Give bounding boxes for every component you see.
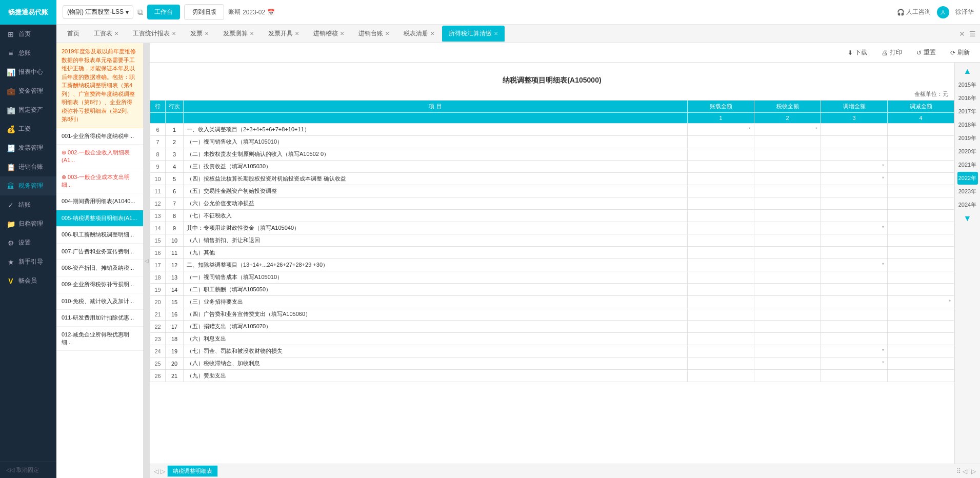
- cell-c3[interactable]: [821, 308, 888, 321]
- tab-close-icon[interactable]: ✕: [250, 31, 254, 36]
- sidebar-item-fixed-assets[interactable]: 🏢 固定资产: [0, 101, 56, 120]
- tab-close-icon[interactable]: ✕: [385, 31, 389, 36]
- cell-c2[interactable]: [754, 321, 821, 333]
- cell-c3[interactable]: [821, 185, 888, 197]
- list-item-003[interactable]: ⊗ 003-一般企业成本支出明细...: [56, 169, 143, 194]
- sidebar-item-invoice[interactable]: 🧾 发票管理: [0, 138, 56, 157]
- cell-c1[interactable]: [688, 173, 754, 185]
- list-item-011[interactable]: 011-研发费用加计扣除优惠...: [56, 310, 143, 326]
- year-button[interactable]: 2019年: [957, 132, 978, 145]
- cell-c1[interactable]: [688, 247, 754, 259]
- cell-c4[interactable]: [888, 210, 954, 222]
- tab-payroll-stats[interactable]: 工资统计报表 ✕: [126, 26, 183, 42]
- year-button[interactable]: 2024年: [957, 198, 978, 211]
- list-item-009[interactable]: 009-企业所得税弥补亏损明...: [56, 276, 143, 293]
- cell-c4[interactable]: [888, 234, 954, 247]
- list-item-012[interactable]: 012-减免企业所得税优惠明细...: [56, 327, 143, 351]
- next-sheet-icon[interactable]: ▷: [161, 468, 165, 475]
- tab-invoice-calc[interactable]: 发票测算 ✕: [216, 26, 261, 42]
- cell-c4[interactable]: [888, 161, 954, 173]
- cell-c1[interactable]: [688, 321, 754, 333]
- cell-c2[interactable]: [754, 271, 821, 284]
- cell-c4[interactable]: [888, 321, 954, 333]
- tab-close-icon[interactable]: ✕: [172, 31, 176, 36]
- cell-c2[interactable]: [754, 284, 821, 296]
- cell-c4[interactable]: [888, 259, 954, 271]
- tab-menu-icon[interactable]: ☰: [969, 30, 976, 38]
- year-button[interactable]: 2018年: [957, 118, 978, 131]
- cell-c2[interactable]: [754, 185, 821, 197]
- cell-c2[interactable]: [754, 308, 821, 321]
- list-item-010[interactable]: 010-免税、减计收入及加计...: [56, 293, 143, 310]
- cell-c1[interactable]: [688, 259, 754, 271]
- year-button[interactable]: 2022年: [957, 172, 978, 185]
- sidebar-item-reports[interactable]: 📊 报表中心: [0, 63, 56, 82]
- cell-c1[interactable]: [688, 284, 754, 296]
- cell-c4[interactable]: [888, 308, 954, 321]
- cell-c1[interactable]: [688, 345, 754, 357]
- cell-c2[interactable]: [754, 173, 821, 185]
- cell-c4[interactable]: [888, 370, 954, 382]
- cell-c1[interactable]: [688, 308, 754, 321]
- list-item-006[interactable]: 006-职工薪酬纳税调整明细...: [56, 227, 143, 243]
- sidebar-item-guide[interactable]: ★ 新手引导: [0, 252, 56, 271]
- year-scroll-down[interactable]: ▼: [962, 212, 974, 225]
- cell-c2[interactable]: [754, 161, 821, 173]
- sidebar-item-settle[interactable]: ✓ 结账: [0, 195, 56, 214]
- cell-c4[interactable]: [888, 185, 954, 197]
- cell-c3[interactable]: *: [821, 259, 888, 271]
- sidebar-item-home[interactable]: ⊞ 首页: [0, 25, 56, 44]
- old-version-button[interactable]: 切到旧版: [184, 4, 224, 20]
- sidebar-item-payroll[interactable]: 💰 工资: [0, 120, 56, 138]
- cell-c2[interactable]: *: [754, 124, 821, 136]
- cell-c2[interactable]: [754, 259, 821, 271]
- company-selector[interactable]: (物副) 江西股室-LSS ▾: [63, 5, 133, 19]
- cell-c2[interactable]: [754, 234, 821, 247]
- cell-c1[interactable]: [688, 222, 754, 234]
- cell-c1[interactable]: [688, 136, 754, 148]
- scroll-right[interactable]: ▷: [971, 468, 976, 475]
- cell-c1[interactable]: [688, 296, 754, 308]
- year-button[interactable]: 2016年: [957, 92, 978, 105]
- cell-c4[interactable]: [888, 357, 954, 370]
- tab-payroll[interactable]: 工资表 ✕: [87, 26, 125, 42]
- cell-c4[interactable]: [888, 148, 954, 161]
- tab-income-tax[interactable]: 所得税汇算清缴 ✕: [442, 26, 505, 42]
- cell-c1[interactable]: [688, 357, 754, 370]
- cell-c3[interactable]: [821, 247, 888, 259]
- year-scroll-up[interactable]: ▲: [962, 65, 974, 78]
- cell-c3[interactable]: [821, 197, 888, 210]
- cell-c3[interactable]: *: [821, 173, 888, 185]
- list-item-007[interactable]: 007-广告费和业务宣传费明...: [56, 244, 143, 260]
- calendar-icon[interactable]: 📅: [267, 9, 275, 16]
- cell-c2[interactable]: [754, 148, 821, 161]
- cell-c1[interactable]: [688, 210, 754, 222]
- panel-toggle[interactable]: ◁: [144, 43, 150, 478]
- sidebar-item-archive[interactable]: 📁 归档管理: [0, 214, 56, 233]
- cell-c1[interactable]: [688, 370, 754, 382]
- cell-c3[interactable]: *: [821, 357, 888, 370]
- cell-c2[interactable]: [754, 197, 821, 210]
- year-button[interactable]: 2015年: [957, 78, 978, 91]
- cell-c1[interactable]: [688, 148, 754, 161]
- cell-c2[interactable]: [754, 222, 821, 234]
- cell-c3[interactable]: [821, 210, 888, 222]
- cell-c3[interactable]: *: [821, 345, 888, 357]
- list-item-002[interactable]: ⊗ 002-一般企业收入明细表(A1...: [56, 145, 143, 169]
- cell-c3[interactable]: [821, 370, 888, 382]
- cell-c2[interactable]: [754, 345, 821, 357]
- cell-c2[interactable]: [754, 136, 821, 148]
- sidebar-item-invoice-ledger[interactable]: 📋 进销台账: [0, 157, 56, 176]
- reset-button[interactable]: ↺ 重置: [912, 46, 940, 59]
- cell-c1[interactable]: [688, 185, 754, 197]
- cell-c2[interactable]: [754, 370, 821, 382]
- tab-close-icon[interactable]: ✕: [205, 31, 209, 36]
- refresh-button[interactable]: ⟳ 刷新: [946, 46, 974, 59]
- cell-c3[interactable]: [821, 136, 888, 148]
- cell-c3[interactable]: [821, 124, 888, 136]
- cell-c4[interactable]: [888, 271, 954, 284]
- cell-c1[interactable]: [688, 234, 754, 247]
- copy-icon[interactable]: ⧉: [137, 8, 143, 17]
- cell-c2[interactable]: [754, 296, 821, 308]
- table-container[interactable]: 纳税调整项目明细表(A105000) 金额单位：元 行 行次 项 目 账载全额: [150, 63, 954, 464]
